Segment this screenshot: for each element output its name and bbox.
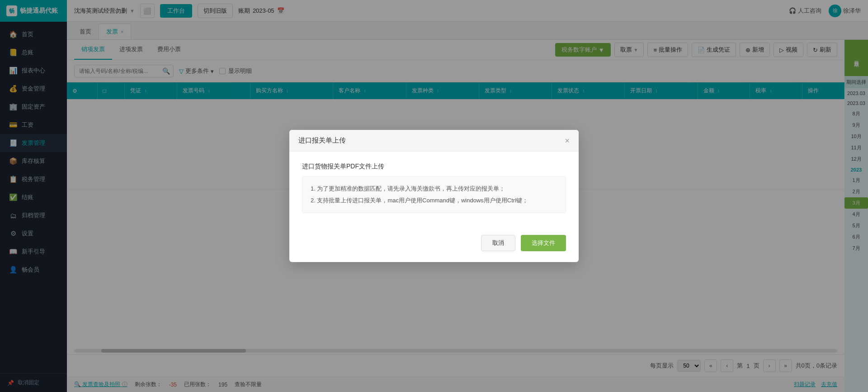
modal-header: 进口报关单上传 × xyxy=(289,130,579,152)
modal-body: 进口货物报关单PDF文件上传 1. 为了更加精准的数据匹配，请先录入海关缴款书，… xyxy=(289,152,579,235)
modal-info-item-2: 2. 支持批量上传进口报关单，mac用户使用Command键，windows用户… xyxy=(311,195,557,206)
modal-info-item-1: 1. 为了更加精准的数据匹配，请先录入海关缴款书，再上传对应的报关单； xyxy=(311,183,557,195)
import-customs-modal: 进口报关单上传 × 进口货物报关单PDF文件上传 1. 为了更加精准的数据匹配，… xyxy=(289,130,579,262)
modal-section-title: 进口货物报关单PDF文件上传 xyxy=(302,163,566,171)
modal-footer: 取消 选择文件 xyxy=(289,235,579,262)
modal-close-btn[interactable]: × xyxy=(565,137,570,145)
modal-select-file-btn[interactable]: 选择文件 xyxy=(521,235,566,251)
modal-info-box: 1. 为了更加精准的数据匹配，请先录入海关缴款书，再上传对应的报关单； 2. 支… xyxy=(302,176,566,213)
modal-title: 进口报关单上传 xyxy=(298,136,346,145)
modal-overlay[interactable]: 进口报关单上传 × 进口货物报关单PDF文件上传 1. 为了更加精准的数据匹配，… xyxy=(0,0,868,392)
modal-cancel-btn[interactable]: 取消 xyxy=(481,235,515,251)
